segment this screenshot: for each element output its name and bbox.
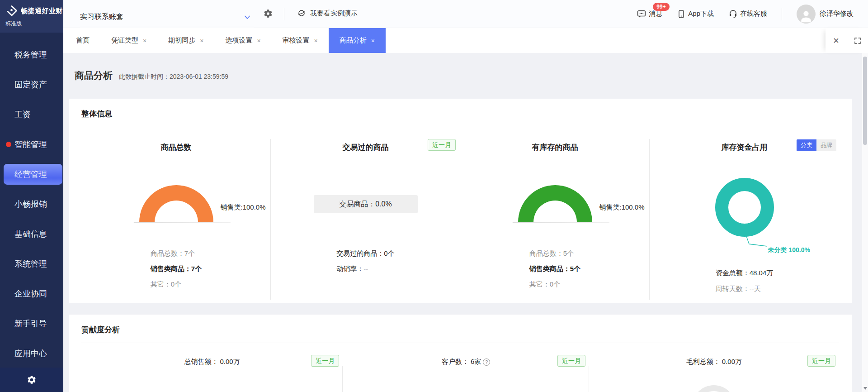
category-brand-toggle: 分类 品牌 <box>797 139 836 151</box>
header-divider <box>284 8 284 20</box>
sidebar-item-app-center[interactable]: 应用中心 <box>0 339 63 368</box>
toggle-category[interactable]: 分类 <box>797 139 816 151</box>
online-service-label: 在线客服 <box>740 10 767 18</box>
tab-initial-sync[interactable]: 期初同步× <box>157 28 214 53</box>
sidebar-item-smart-mgmt[interactable]: 智能管理 <box>0 129 63 159</box>
tab-bar: 首页 凭证类型× 期初同步× 选项设置× 审核设置× 商品分析× × <box>63 28 868 53</box>
close-tab-icon[interactable]: × <box>371 37 375 44</box>
panel-title: 商品总数 <box>81 142 271 153</box>
phone-icon <box>677 10 686 19</box>
sidebar-item-business-mgmt[interactable]: 经营管理 <box>0 159 63 189</box>
tab-voucher-type[interactable]: 凭证类型× <box>100 28 157 53</box>
demo-button[interactable]: 我要看实例演示 <box>297 8 358 18</box>
donut-legend: 未分类 100.0% <box>768 246 810 254</box>
overview-title: 整体信息 <box>69 99 852 119</box>
contribution-cell-sales: 总销售额：0.00万 近一月 <box>81 343 343 392</box>
total-sales-stat: 总销售额：0.00万 <box>184 358 240 366</box>
gauge-legend: 销售类:100.0% <box>214 203 266 212</box>
sidebar: 畅捷通好业财 标准版 税务管理 固定资产 工资 智能管理 经营管理 小畅报销 基… <box>0 0 63 392</box>
headset-icon <box>728 9 738 19</box>
sidebar-item-expense[interactable]: 小畅报销 <box>0 189 63 219</box>
panel-stats: 商品总数：5个 销售类商品：5个 其它：0个 <box>529 246 580 292</box>
online-service-button[interactable]: 在线客服 <box>728 9 767 19</box>
sidebar-item-enterprise-collab[interactable]: 企业协同 <box>0 279 63 309</box>
close-tab-icon[interactable]: × <box>200 37 203 44</box>
top-header: 实习联系账套 我要看实例演示 <box>63 0 868 28</box>
tab-product-analysis[interactable]: 商品分析× <box>329 28 386 53</box>
close-tab-icon[interactable]: × <box>143 37 146 44</box>
partial-gauge-below-fold <box>692 385 736 392</box>
traded-rate-box: 交易商品：0.0% <box>314 195 418 213</box>
scrollbar-down-arrow[interactable] <box>863 387 867 390</box>
gauge-baseline <box>133 222 230 223</box>
gauge-legend: 销售类:100.0% <box>593 203 645 212</box>
brand-edition: 标准版 <box>5 20 63 28</box>
settings-gear-button[interactable] <box>263 9 273 19</box>
sidebar-menu: 税务管理 固定资产 工资 智能管理 经营管理 小畅报销 基础信息 系统管理 企业… <box>0 40 63 368</box>
help-icon[interactable]: ? <box>483 359 490 366</box>
page-title: 商品分析 <box>75 69 113 82</box>
overview-panel: 整体信息 商品总数 销售类:100.0% 商品总数：7个 销售类商品：7个 其它… <box>69 99 852 303</box>
gross-profit-stat: 毛利总额：0.00万 <box>686 358 742 366</box>
close-tab-icon[interactable]: × <box>314 37 318 44</box>
panel-stats: 交易过的商品：0个 动销率：-- <box>336 246 394 277</box>
scrollbar-thumb[interactable] <box>863 57 867 145</box>
toggle-brand[interactable]: 品牌 <box>816 139 836 151</box>
period-badge: 近一月 <box>311 355 339 367</box>
logo-block: 畅捷通好业财 标准版 <box>0 0 63 33</box>
panel-stats: 资金总额：48.04万 周转天数：--天 <box>716 265 774 296</box>
sidebar-item-fixed-assets[interactable]: 固定资产 <box>0 70 63 100</box>
sidebar-item-tax[interactable]: 税务管理 <box>0 40 63 70</box>
brand-name: 畅捷通好业财 <box>21 7 63 15</box>
sidebar-settings-button[interactable] <box>0 368 63 392</box>
panel-total-products: 商品总数 销售类:100.0% 商品总数：7个 销售类商品：7个 其它：0个 <box>81 127 271 303</box>
username: 徐泽华修改 <box>820 10 854 18</box>
period-badge: 近一月 <box>557 355 585 367</box>
gear-icon <box>27 375 37 385</box>
period-badge: 近一月 <box>428 139 456 151</box>
brand-logo-icon <box>5 5 18 17</box>
sidebar-item-payroll[interactable]: 工资 <box>0 100 63 129</box>
fullscreen-button[interactable] <box>847 28 868 53</box>
panel-stocked-products: 有库存的商品 销售类:100.0% 商品总数：5个 销售类商品：5个 其它：0个 <box>460 127 650 303</box>
panel-stock-capital: 库存资金占用 分类 品牌 未分类 100.0% 资金总额：48.04万 周转天数… <box>650 127 839 303</box>
app-download-button[interactable]: App下载 <box>677 10 714 19</box>
message-bubble-icon <box>637 9 646 19</box>
close-tab-icon[interactable]: × <box>257 37 260 44</box>
messages-button[interactable]: 消息 99+ <box>637 9 662 19</box>
tab-option-settings[interactable]: 选项设置× <box>214 28 271 53</box>
demo-label: 我要看实例演示 <box>310 9 358 18</box>
contribution-panel: 贡献度分析 总销售额：0.00万 近一月 客户数：6家 ? 近一月 毛利总额：0… <box>69 315 852 392</box>
sidebar-item-base-info[interactable]: 基础信息 <box>0 219 63 249</box>
notification-dot <box>6 142 11 147</box>
close-icon: × <box>833 35 839 47</box>
app-download-label: App下载 <box>688 10 714 18</box>
panel-traded-products: 交易过的商品 近一月 交易商品：0.0% 交易过的商品：0个 动销率：-- <box>271 127 460 303</box>
period-badge: 近一月 <box>807 355 835 367</box>
sidebar-item-beginner-guide[interactable]: 新手引导 <box>0 309 63 339</box>
sidebar-item-system-mgmt[interactable]: 系统管理 <box>0 249 63 279</box>
avatar <box>797 5 816 24</box>
donut-chart-stock-capital <box>715 178 774 237</box>
gauge-chart-stocked-products <box>518 185 592 222</box>
close-all-tabs-button[interactable]: × <box>826 28 847 53</box>
planet-icon <box>297 8 307 18</box>
donut-label-line <box>744 236 769 248</box>
panel-stats: 商品总数：7个 销售类商品：7个 其它：0个 <box>151 246 202 292</box>
chevron-down-icon <box>244 14 251 21</box>
messages-count-badge: 99+ <box>653 3 669 11</box>
data-deadline: 此数据截止时间：2023-06-01 23:59:59 <box>119 73 228 81</box>
contribution-cell-customers: 客户数：6家 ? 近一月 <box>343 343 589 392</box>
vertical-scrollbar[interactable] <box>862 53 868 392</box>
tab-home[interactable]: 首页 <box>65 28 100 53</box>
panel-title: 有库存的商品 <box>460 142 650 153</box>
account-set-selector[interactable]: 实习联系账套 <box>80 7 254 27</box>
contribution-title: 贡献度分析 <box>69 315 852 335</box>
page-head: 商品分析 此数据截止时间：2023-06-01 23:59:59 <box>63 53 868 99</box>
messages-label: 消息 <box>649 10 662 18</box>
customer-count-stat: 客户数：6家 ? <box>442 358 490 366</box>
tab-audit-settings[interactable]: 审核设置× <box>272 28 329 53</box>
user-menu[interactable]: 徐泽华修改 <box>797 5 854 24</box>
gauge-chart-total-products <box>139 185 213 222</box>
fullscreen-icon <box>854 37 862 45</box>
